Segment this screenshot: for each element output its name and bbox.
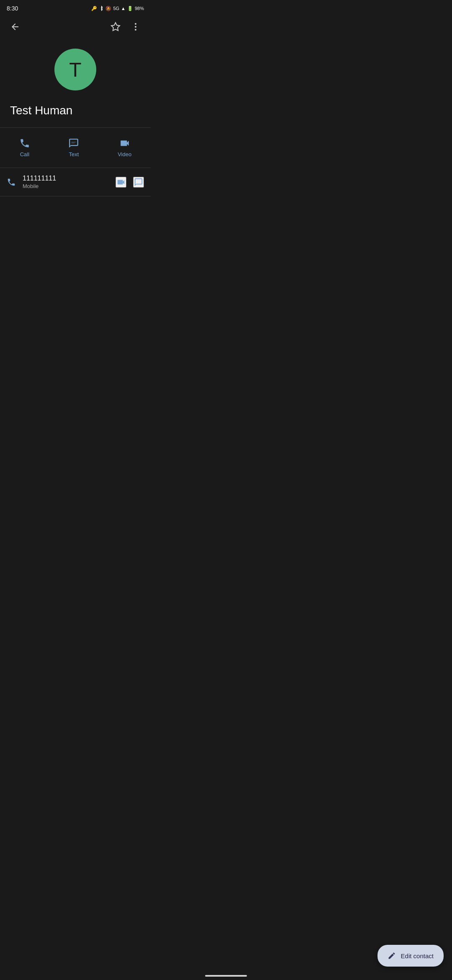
phone-row: 111111111 Mobile	[0, 168, 151, 196]
action-bar	[0, 15, 151, 39]
text-icon	[68, 138, 79, 149]
phone-number: 111111111	[23, 175, 109, 182]
avatar: T	[54, 49, 96, 90]
key-icon: 🔑	[91, 6, 97, 11]
video-label: Video	[118, 151, 131, 157]
action-buttons-row: Call Text Video	[0, 128, 151, 168]
video-action[interactable]: Video	[108, 134, 141, 161]
svg-marker-0	[111, 23, 120, 31]
phone-row-icon	[7, 178, 16, 187]
svg-point-2	[135, 26, 136, 28]
bluetooth-icon	[99, 5, 104, 11]
favorite-button[interactable]	[107, 18, 124, 35]
status-bar: 8:30 🔑 🔕 5G ▲ 🔋 98%	[0, 0, 151, 15]
network-label: 5G	[113, 6, 119, 11]
svg-point-1	[135, 23, 136, 25]
phone-message-button[interactable]	[133, 177, 144, 188]
avatar-initial: T	[69, 58, 81, 81]
text-action[interactable]: Text	[58, 134, 89, 161]
battery-icon: 🔋	[127, 6, 133, 11]
signal-icon: ▲	[121, 6, 126, 11]
phone-info[interactable]: 111111111 Mobile	[23, 175, 109, 189]
call-label: Call	[20, 151, 29, 157]
status-time: 8:30	[7, 5, 18, 12]
phone-video-button[interactable]	[116, 177, 126, 188]
text-label: Text	[69, 151, 79, 157]
phone-type: Mobile	[23, 183, 109, 189]
contact-name: Test Human	[0, 97, 151, 127]
action-bar-right	[107, 18, 144, 35]
more-options-button[interactable]	[127, 18, 144, 35]
video-icon	[119, 138, 130, 149]
call-icon	[19, 138, 30, 149]
battery-percent: 98%	[135, 6, 144, 11]
avatar-section: T	[0, 39, 151, 97]
svg-point-3	[135, 29, 136, 31]
phone-inline-actions	[116, 177, 144, 188]
back-button[interactable]	[7, 18, 23, 35]
call-action[interactable]: Call	[9, 134, 40, 161]
silent-icon: 🔕	[105, 6, 111, 11]
status-icons: 🔑 🔕 5G ▲ 🔋 98%	[91, 5, 144, 11]
